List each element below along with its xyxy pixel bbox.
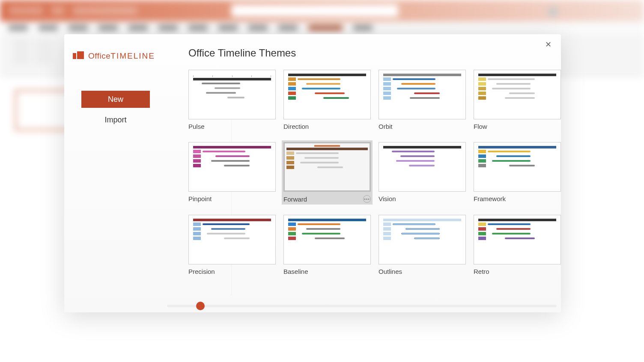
theme-thumbnail	[379, 142, 466, 192]
theme-card-direction[interactable]: Direction	[283, 70, 371, 130]
theme-thumbnail	[188, 142, 276, 192]
theme-thumbnail	[188, 70, 276, 119]
theme-label: Pulse	[188, 123, 205, 130]
more-options-button[interactable]: •••	[363, 195, 371, 203]
theme-label: Direction	[283, 123, 309, 130]
theme-label: Outlines	[379, 268, 402, 275]
logo-text-prefix: Office	[88, 51, 110, 60]
logo-text-suffix: TIMELINE	[110, 51, 155, 60]
theme-label: Orbit	[379, 123, 393, 130]
theme-card-framework[interactable]: Framework	[474, 142, 561, 203]
theme-thumbnail	[283, 215, 371, 264]
theme-label: Framework	[474, 195, 506, 202]
theme-thumbnail	[474, 70, 561, 119]
theme-card-pinpoint[interactable]: Pinpoint	[188, 142, 276, 203]
themes-grid: Pulse Direction	[188, 70, 557, 275]
theme-label: Vision	[379, 195, 396, 202]
theme-card-precision[interactable]: Precision	[188, 215, 276, 275]
content-area: Office Timeline Themes Pulse	[167, 34, 561, 312]
theme-card-outlines[interactable]: Outlines	[379, 215, 466, 275]
theme-label: Forward	[283, 196, 307, 203]
horizontal-scrollbar[interactable]	[167, 305, 557, 307]
theme-card-flow[interactable]: Flow	[474, 70, 561, 130]
theme-card-retro[interactable]: Retro	[474, 215, 561, 275]
theme-thumbnail	[474, 142, 561, 192]
theme-card-pulse[interactable]: Pulse	[188, 70, 276, 130]
new-button[interactable]: New	[81, 91, 150, 108]
import-button[interactable]: Import	[81, 111, 150, 128]
theme-thumbnail	[379, 215, 466, 264]
theme-thumbnail	[474, 215, 561, 264]
page-title: Office Timeline Themes	[188, 47, 557, 59]
ellipsis-icon: •••	[364, 197, 370, 202]
theme-thumbnail	[188, 215, 276, 264]
theme-card-forward[interactable]: Forward •••	[282, 140, 373, 205]
theme-label: Flow	[474, 123, 487, 130]
theme-card-baseline[interactable]: Baseline	[283, 215, 371, 275]
theme-card-orbit[interactable]: Orbit	[379, 70, 466, 130]
theme-label: Precision	[188, 268, 215, 275]
theme-thumbnail	[379, 70, 466, 119]
theme-picker-dialog: ✕ OfficeTIMELINE New Import Office Timel…	[64, 34, 561, 312]
logo-icon	[73, 51, 84, 61]
app-logo: OfficeTIMELINE	[73, 51, 155, 61]
theme-thumbnail	[283, 70, 371, 119]
sidebar: OfficeTIMELINE New Import	[64, 34, 167, 312]
scrollbar-thumb[interactable]	[196, 302, 205, 310]
theme-thumbnail	[283, 142, 371, 192]
theme-card-vision[interactable]: Vision	[379, 142, 466, 203]
theme-label: Pinpoint	[188, 195, 212, 202]
theme-label: Baseline	[283, 268, 308, 275]
theme-label: Retro	[474, 268, 489, 275]
